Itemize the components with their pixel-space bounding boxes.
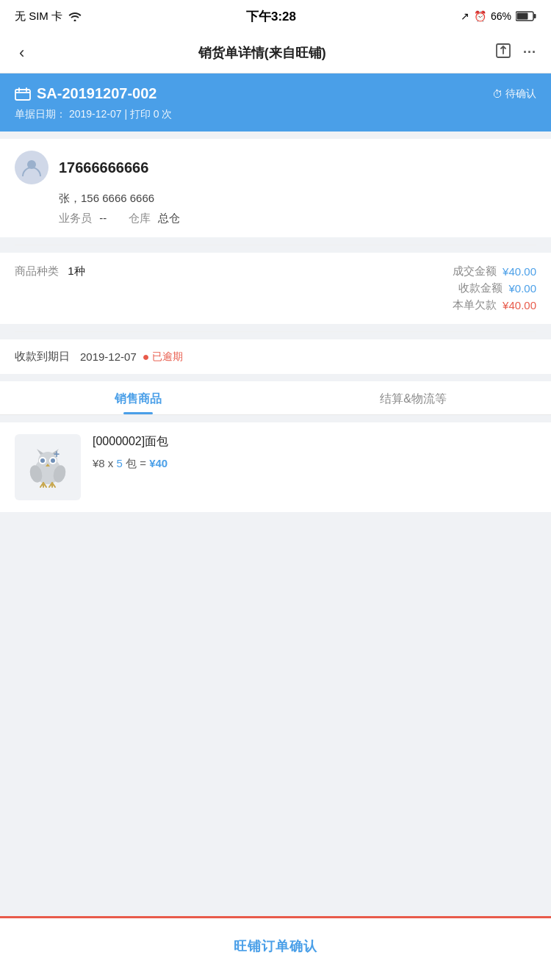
product-name: [0000002]面包 <box>93 434 536 450</box>
clock-icon: ⏱ <box>492 88 503 100</box>
product-info: [0000002]面包 ¥8 x 5 包 = ¥40 <box>93 434 536 471</box>
salesman-label: 业务员 -- <box>59 212 107 226</box>
order-icon <box>15 87 31 101</box>
summary-section: 商品种类 1种 成交金额 ¥40.00 收款金额 ¥0.00 本单欠款 ¥40.… <box>0 253 551 324</box>
tab-settlement[interactable]: 结算&物流等 <box>276 381 551 414</box>
bottom-area <box>0 519 551 703</box>
confirm-btn-wrapper: 旺铺订单确认 <box>0 916 551 980</box>
product-price: ¥8 x 5 包 = ¥40 <box>93 457 536 471</box>
location-icon: ↗ <box>461 10 469 22</box>
share-icon[interactable] <box>495 43 511 62</box>
svg-rect-4 <box>15 90 30 100</box>
salesman-value: -- <box>99 212 107 224</box>
nav-actions: ··· <box>495 43 536 62</box>
status-bar: 无 SIM 卡 下午3:28 ↗ ⏰ 66% <box>0 0 551 32</box>
svg-point-12 <box>40 458 45 463</box>
divider2 <box>15 331 536 332</box>
amount-row: 成交金额 ¥40.00 <box>453 264 536 278</box>
more-icon[interactable]: ··· <box>523 45 536 60</box>
received-value: ¥0.00 <box>508 282 536 295</box>
owed-row: 本单欠款 ¥40.00 <box>453 298 536 312</box>
order-id: SA-20191207-002 <box>15 85 156 102</box>
tabs-bar: 销售商品 结算&物流等 <box>0 381 551 415</box>
order-date: 单据日期： 2019-12-07 | 打印 0 次 <box>15 108 536 121</box>
svg-rect-1 <box>516 13 527 20</box>
alarm-icon: ⏰ <box>474 10 486 22</box>
product-item: + [0000002]面包 ¥8 x 5 包 = ¥40 <box>0 422 551 512</box>
tab-sales-products[interactable]: 销售商品 <box>0 381 276 414</box>
avatar <box>15 151 48 184</box>
divider <box>15 245 536 245</box>
customer-name: 张，156 6666 6666 <box>59 192 536 206</box>
wifi-icon <box>68 11 82 21</box>
warehouse-value: 总仓 <box>158 212 180 224</box>
status-right: ↗ ⏰ 66% <box>461 10 536 22</box>
svg-rect-2 <box>533 14 536 18</box>
order-header: SA-20191207-002 ⏱ 待确认 单据日期： 2019-12-07 |… <box>0 73 551 131</box>
warehouse-info: 仓库 总仓 <box>129 212 180 226</box>
due-date-section: 收款到期日 2019-12-07 ● 已逾期 <box>0 339 551 374</box>
amount-value: ¥40.00 <box>503 265 536 278</box>
battery-icon <box>516 11 536 21</box>
svg-text:+: + <box>54 448 60 460</box>
status-time: 下午3:28 <box>246 8 296 25</box>
status-left: 无 SIM 卡 <box>15 10 82 24</box>
owed-value: ¥40.00 <box>503 299 536 311</box>
overdue-badge: ● 已逾期 <box>143 350 184 364</box>
overdue-icon: ● <box>143 350 150 364</box>
customer-section: 17666666666 张，156 6666 6666 业务员 -- 仓库 总仓 <box>0 139 551 237</box>
nav-bar: ‹ 销货单详情(来自旺铺) ··· <box>0 32 551 73</box>
battery-text: 66% <box>491 10 511 22</box>
confirm-order-button[interactable]: 旺铺订单确认 <box>15 927 536 965</box>
product-type: 商品种类 1种 <box>15 264 85 278</box>
order-status: ⏱ 待确认 <box>492 87 536 101</box>
back-button[interactable]: ‹ <box>15 39 29 67</box>
product-thumbnail: + <box>15 434 81 500</box>
page-title: 销货单详情(来自旺铺) <box>198 44 326 62</box>
customer-phone: 17666666666 <box>59 159 148 176</box>
carrier-text: 无 SIM 卡 <box>15 10 62 24</box>
received-row: 收款金额 ¥0.00 <box>458 281 536 295</box>
